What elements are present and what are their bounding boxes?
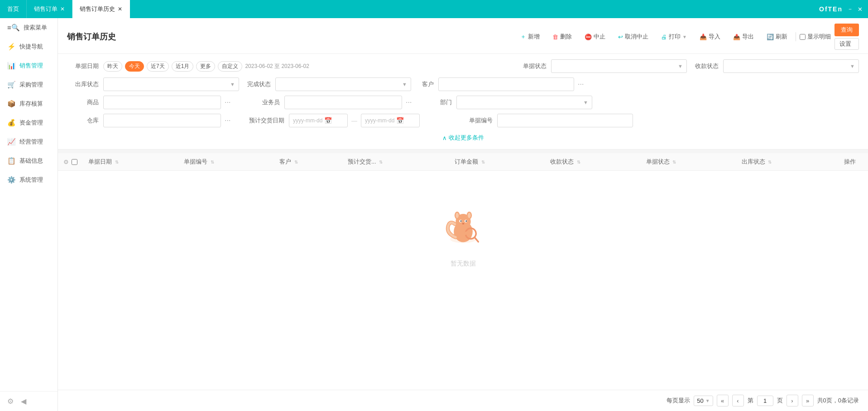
date-sort-icon[interactable]: ⇅ [115, 160, 119, 164]
col-expected-label: 预计交货... [348, 158, 376, 165]
sidebar-item-system[interactable]: ⚙️ 系统管理 [0, 170, 58, 189]
receipt-status-label: 收款状态 [687, 62, 723, 70]
sidebar-item-purchase-label: 采购管理 [19, 81, 43, 89]
svg-point-5 [456, 213, 459, 218]
sidebar-item-finance-label: 资金管理 [19, 119, 43, 127]
date-1month-btn[interactable]: 近1月 [172, 61, 194, 72]
sidebar-item-quicknav[interactable]: ⚡ 快捷导航 [0, 37, 58, 56]
expected-date-end[interactable]: yyyy-mm-dd 📅 [361, 114, 420, 127]
select-all-checkbox[interactable] [72, 159, 77, 165]
amount-sort-icon[interactable]: ⇅ [481, 160, 485, 164]
close-sales-order-icon[interactable]: ✕ [60, 6, 65, 12]
settings-filter-button[interactable]: 设置 [834, 38, 859, 50]
date-7days-btn[interactable]: 近7天 [147, 61, 169, 72]
outbound-sort-icon[interactable]: ⇅ [768, 160, 772, 164]
page-size-select[interactable]: 50 ▼ [694, 396, 713, 406]
salesperson-more-icon[interactable]: ··· [404, 98, 413, 106]
calendar-end-icon[interactable]: 📅 [396, 117, 404, 124]
date-more-btn[interactable]: 更多 [196, 61, 215, 72]
col-outbound-label: 出库状态 [742, 158, 765, 165]
tab-home-label: 首页 [7, 5, 19, 13]
page-next-btn[interactable]: › [786, 395, 798, 406]
page-first-btn[interactable]: « [717, 395, 729, 406]
delete-label: 删除 [560, 33, 572, 41]
col-amount: 订单金额 ⇅ [449, 153, 545, 171]
tab-home[interactable]: 首页 [0, 0, 27, 18]
salesperson-input[interactable] [284, 96, 402, 109]
content-area: 销售订单历史 ＋ 新增 🗑 删除 ⛔ 中止 ↩ 取消中止 [58, 18, 868, 411]
refresh-button[interactable]: 🔄 刷新 [762, 30, 792, 43]
sidebar-item-inventory[interactable]: 📦 库存核算 [0, 94, 58, 113]
goods-more-icon[interactable]: ··· [223, 98, 232, 106]
page-header: 销售订单历史 ＋ 新增 🗑 删除 ⛔ 中止 ↩ 取消中止 [58, 18, 868, 54]
department-select[interactable]: ▼ [456, 96, 592, 109]
close-sales-order-history-icon[interactable]: ✕ [118, 6, 122, 12]
outbound-chevron-icon: ▼ [230, 82, 235, 87]
sidebar-item-search[interactable]: ≡🔍 搜索菜单 [0, 18, 58, 37]
sidebar-item-basic-info[interactable]: 📋 基础信息 [0, 151, 58, 170]
receipt-sort-icon[interactable]: ⇅ [577, 160, 580, 164]
top-bar: 首页 销售订单 ✕ 销售订单历史 ✕ OfTEn － ✕ [0, 0, 868, 18]
customer-more-icon[interactable]: ··· [576, 80, 585, 88]
date-today-btn[interactable]: 今天 [125, 61, 144, 72]
collapse-bar[interactable]: ∧ 收起更多条件 [67, 132, 859, 144]
main-layout: ≡🔍 搜索菜单 ⚡ 快捷导航 📊 销售管理 🛒 采购管理 📦 库存核算 💰 资金… [0, 18, 868, 411]
complete-select[interactable]: ▼ [275, 77, 411, 91]
col-doc-status-label: 单据状态 [646, 158, 670, 165]
display-details-checkbox[interactable] [800, 34, 806, 40]
expected-sort-icon[interactable]: ⇅ [379, 160, 383, 164]
sidebar-item-operations[interactable]: 📈 经营管理 [0, 132, 58, 151]
receipt-status-select[interactable]: ▼ [723, 59, 859, 73]
date-custom-btn[interactable]: 自定义 [218, 61, 242, 72]
tab-sales-order-history[interactable]: 销售订单历史 ✕ [72, 0, 130, 18]
expected-date-start[interactable]: yyyy-mm-dd 📅 [289, 114, 348, 127]
export-button[interactable]: 📤 导出 [729, 30, 758, 43]
sidebar-item-search-label: 搜索菜单 [24, 24, 47, 32]
page-prev-btn[interactable]: ‹ [732, 395, 744, 406]
col-receipt-status-label: 收款状态 [550, 158, 574, 165]
number-sort-icon[interactable]: ⇅ [211, 160, 214, 164]
window-minimize-icon[interactable]: － [847, 5, 853, 13]
warehouse-label: 仓库 [67, 116, 103, 125]
quicknav-icon: ⚡ [7, 43, 16, 51]
cancel-stop-button[interactable]: ↩ 取消中止 [614, 30, 653, 43]
customer-sort-icon[interactable]: ⇅ [294, 160, 298, 164]
calendar-start-icon[interactable]: 📅 [324, 117, 332, 124]
settings-bottom-icon[interactable]: ⚙ [7, 397, 14, 406]
stop-button[interactable]: ⛔ 中止 [580, 30, 610, 43]
new-button[interactable]: ＋ 新增 [516, 30, 544, 43]
outbound-select[interactable]: ▼ [103, 77, 239, 91]
goods-input[interactable] [103, 96, 221, 109]
page-size-value: 50 [697, 397, 703, 404]
tab-sales-order[interactable]: 销售订单 ✕ [27, 0, 72, 18]
delete-button[interactable]: 🗑 删除 [548, 30, 576, 43]
date-yesterday-btn[interactable]: 昨天 [103, 61, 122, 72]
customer-label: 客户 [411, 80, 438, 88]
sidebar-item-sales[interactable]: 📊 销售管理 [0, 56, 58, 75]
page-first-icon: « [721, 397, 724, 404]
print-button[interactable]: 🖨 打印 ▼ [657, 30, 691, 43]
settings-col-icon[interactable]: ⚙ [63, 159, 69, 165]
sidebar-item-finance[interactable]: 💰 资金管理 [0, 113, 58, 132]
expected-date-label: 预计交货日期 [248, 116, 289, 125]
status-select[interactable]: ▼ [551, 59, 687, 73]
window-close-icon[interactable]: ✕ [858, 6, 863, 13]
sidebar-item-purchase[interactable]: 🛒 采购管理 [0, 75, 58, 94]
page-number-input[interactable] [757, 396, 773, 406]
doc-status-sort-icon[interactable]: ⇅ [672, 160, 676, 164]
warehouse-input[interactable] [103, 114, 221, 127]
query-button[interactable]: 查询 [834, 24, 859, 36]
page-last-btn[interactable]: » [802, 395, 814, 406]
export-label: 导出 [742, 33, 754, 41]
import-button[interactable]: 📥 导入 [695, 30, 725, 43]
collapse-sidebar-icon[interactable]: ◀ [21, 397, 26, 406]
doc-number-input[interactable] [497, 114, 633, 127]
col-operation-label: 操作 [844, 158, 856, 165]
col-date-label: 单据日期 [88, 158, 112, 165]
warehouse-more-icon[interactable]: ··· [223, 116, 232, 125]
display-details-text: 显示明细 [807, 33, 831, 41]
customer-input[interactable] [438, 77, 574, 91]
collapse-chevron-icon: ∧ [442, 135, 447, 141]
page-size-label: 每页显示 [667, 396, 690, 405]
page-prev-icon: ‹ [737, 397, 739, 404]
